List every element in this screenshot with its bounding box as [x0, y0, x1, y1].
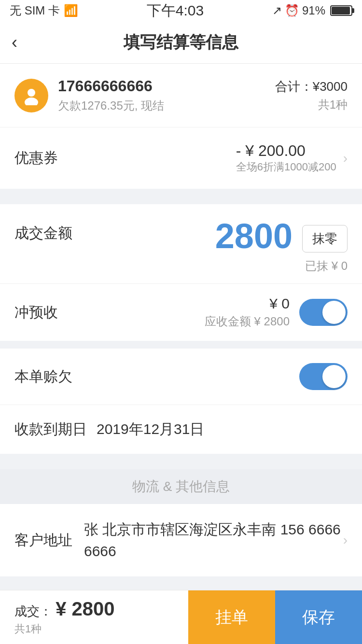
- battery-percent: 91%: [302, 4, 325, 17]
- address-value: 张 北京市市辖区海淀区永丰南 156 6666 6666: [84, 518, 343, 562]
- page-title: 填写结算等信息: [124, 31, 238, 54]
- amount-right: 2800 抹零: [215, 219, 348, 253]
- user-phone: 17666666666: [58, 77, 164, 95]
- avatar: [14, 79, 48, 112]
- wifi-icon: 📶: [64, 4, 78, 17]
- prepay-right: ¥ 0 应收金额 ¥ 2800: [205, 295, 348, 329]
- coupon-desc: 全场6折满1000减200: [236, 160, 336, 174]
- address-chevron-icon: ›: [343, 532, 348, 548]
- coupon-row[interactable]: 优惠券 - ¥ 200.00 全场6折满1000减200 ›: [0, 127, 362, 189]
- bottom-deal: 成交： ¥ 2800: [14, 598, 174, 620]
- coupon-right: - ¥ 200.00 全场6折满1000减200 ›: [236, 142, 348, 174]
- due-date-value: 2019年12月31日: [97, 420, 204, 439]
- bottom-bar: 成交： ¥ 2800 共1种 挂单 保存: [0, 590, 362, 644]
- user-debt: 欠款1276.35元, 现结: [58, 98, 164, 113]
- separator-2: [0, 341, 362, 349]
- separator-3: [0, 462, 362, 469]
- amount-section: 成交金额 2800 抹零 已抹 ¥ 0 冲预收 ¥ 0 应收金额 ¥ 2800: [0, 204, 362, 341]
- coupon-discount: - ¥ 200.00: [236, 142, 338, 160]
- svg-point-0: [28, 89, 35, 97]
- coupon-label: 优惠券: [14, 148, 58, 168]
- user-total-count: 共1种: [275, 97, 348, 112]
- round-btn[interactable]: 抹零: [302, 225, 348, 252]
- user-total-label: 合计：¥3000: [275, 78, 348, 95]
- status-bar: 无 SIM 卡 📶 下午4:03 ↗ ⏰ 91%: [0, 0, 362, 21]
- user-info-text: 17666666666 欠款1276.35元, 现结: [58, 77, 164, 113]
- address-label: 客户地址: [14, 531, 72, 550]
- no-sim-text: 无 SIM 卡: [10, 3, 60, 18]
- content-area: 17666666666 欠款1276.35元, 现结 合计：¥3000 共1种 …: [0, 64, 362, 644]
- prepay-toggle[interactable]: [299, 299, 348, 326]
- due-date-row: 收款到期日 2019年12月31日: [0, 405, 362, 454]
- debt-label: 本单赊欠: [14, 367, 72, 387]
- amount-label: 成交金额: [14, 224, 72, 243]
- prepay-amounts: ¥ 0 应收金额 ¥ 2800: [205, 295, 290, 329]
- logistics-divider-text: 物流 & 其他信息: [132, 477, 230, 496]
- debt-card: 本单赊欠 收款到期日 2019年12月31日: [0, 349, 362, 454]
- debt-toggle[interactable]: [299, 363, 348, 390]
- debt-row: 本单赊欠: [0, 349, 362, 405]
- user-info-card: 17666666666 欠款1276.35元, 现结 合计：¥3000 共1种 …: [0, 64, 362, 189]
- back-button[interactable]: ‹: [12, 32, 17, 53]
- address-row[interactable]: 客户地址 张 北京市市辖区海淀区永丰南 156 6666 6666 ›: [0, 504, 362, 576]
- prepay-due: 应收金额 ¥ 2800: [205, 314, 290, 329]
- due-date-label: 收款到期日: [14, 420, 87, 439]
- svg-point-1: [25, 98, 38, 105]
- status-right: ↗ ⏰ 91%: [272, 4, 352, 17]
- status-left: 无 SIM 卡 📶: [10, 3, 78, 18]
- bottom-info: 成交： ¥ 2800 共1种: [0, 598, 188, 636]
- toggle-knob: [322, 301, 346, 324]
- amount-sub: 已抹 ¥ 0: [0, 258, 362, 283]
- battery-icon: [330, 5, 352, 16]
- chevron-right-icon: ›: [343, 151, 348, 166]
- amount-row: 成交金额 2800 抹零: [0, 204, 362, 258]
- user-right: 合计：¥3000 共1种: [275, 78, 348, 112]
- prepay-label: 冲预收: [14, 303, 58, 322]
- nav-bar: ‹ 填写结算等信息: [0, 21, 362, 64]
- hold-button[interactable]: 挂单: [188, 590, 275, 644]
- prepay-value: ¥ 0: [205, 295, 290, 312]
- save-button[interactable]: 保存: [275, 590, 362, 644]
- user-row: 17666666666 欠款1276.35元, 现结 合计：¥3000 共1种: [0, 64, 362, 127]
- bottom-deal-value: ¥ 2800: [56, 598, 114, 619]
- bottom-count: 共1种: [14, 622, 174, 636]
- status-time: 下午4:03: [147, 1, 204, 21]
- separator-1: [0, 196, 362, 204]
- debt-toggle-knob: [322, 365, 346, 388]
- location-icon: ↗: [272, 4, 282, 17]
- alarm-icon: ⏰: [285, 4, 299, 17]
- amount-value: 2800: [215, 219, 292, 253]
- prepay-row: 冲预收 ¥ 0 应收金额 ¥ 2800: [0, 283, 362, 341]
- user-left: 17666666666 欠款1276.35元, 现结: [14, 77, 164, 113]
- logistics-divider: 物流 & 其他信息: [0, 469, 362, 504]
